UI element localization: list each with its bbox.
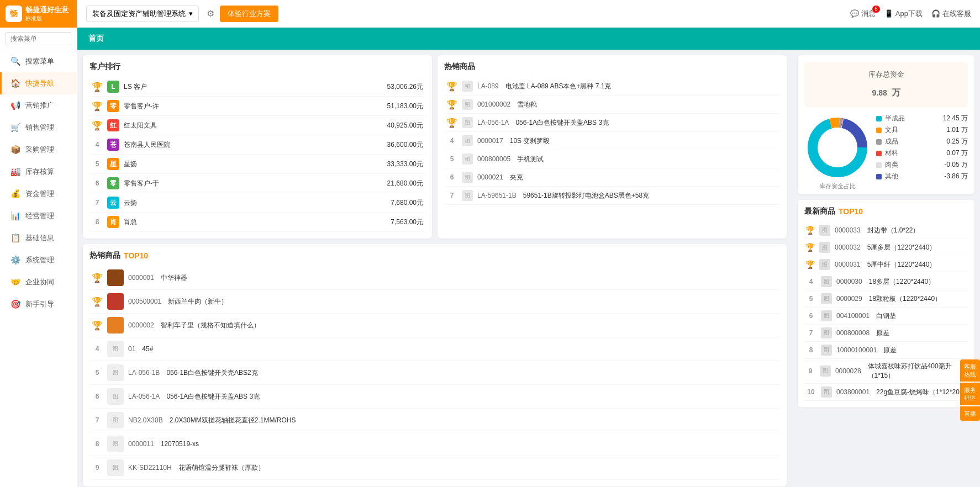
chevron-down-icon: ▾ (189, 9, 193, 18)
nav-icon-finance: 💰 (10, 189, 21, 199)
legend-dot (876, 116, 882, 121)
nav-icon-inventory: 🏭 (10, 167, 21, 177)
new-product-icon: 图 (821, 387, 832, 398)
customer-badge: 苍 (107, 139, 119, 151)
hot-products-list: 🏆 0000001 中华神器 🏆 000500001 新西兰牛肉（新牛） 🏆 0… (89, 266, 780, 480)
rank-num: 7 (92, 199, 103, 207)
sidebar-item-guide[interactable]: 🎯新手引导 (0, 293, 77, 315)
float-service: 客服热线服务社区直播 (960, 359, 980, 421)
rank-num: 6 (92, 393, 103, 400)
content-main: 客户排行 🏆 L LS 客户 53,006.26元 🏆 零 零售客户-许 51,… (77, 50, 792, 487)
new-product-code: 000800008 (836, 329, 870, 337)
nav-label-search: 搜索菜单 (25, 56, 54, 66)
legend-value: 0.25 万 (946, 137, 968, 146)
nav-label-system: 系统管理 (25, 255, 54, 265)
sidebar-item-basic[interactable]: 📋基础信息 (0, 227, 77, 249)
sidebar-logo: 畅 畅捷通好生意 标准版 (0, 0, 77, 28)
logo-line2: 标准版 (25, 15, 69, 22)
content: 客户排行 🏆 L LS 客户 53,006.26元 🏆 零 零售客户-许 51,… (77, 50, 980, 487)
sidebar-item-nav[interactable]: 🏠快捷导航 (0, 72, 77, 94)
product-thumb: 图 (107, 388, 124, 405)
sidebar-item-operation[interactable]: 📊经营管理 (0, 205, 77, 227)
sidebar-item-inventory[interactable]: 🏭库存核算 (0, 161, 77, 183)
hot-product-row: 8 图 0000011 12070519-xs (89, 432, 780, 456)
nav-icon-purchase: 📦 (10, 145, 21, 155)
donut-center-label: 库存资金占比 (819, 182, 856, 190)
legend-name: 成品 (885, 137, 943, 146)
customer-name: 苍南县人民医院 (124, 140, 383, 150)
product-icon: 图 (462, 117, 473, 128)
new-product-name: 封边带（1.0*22） (867, 226, 920, 235)
product-name: 夹克 (510, 173, 523, 182)
new-product-name: 22g鱼豆腐-烧烤味（1*12*20） (876, 388, 966, 397)
customer-ranking-title: 客户排行 (89, 62, 425, 72)
donut-svg (804, 114, 871, 181)
product-name: 056-1A白色按键开关盖ABS 3克 (515, 118, 609, 128)
online-service-button[interactable]: 🎧 在线客服 (931, 9, 971, 19)
medal-icon: 🏆 (92, 297, 103, 307)
sidebar-item-marketing[interactable]: 📢营销推广 (0, 94, 77, 117)
new-product-icon: 图 (819, 225, 830, 236)
gear-icon[interactable]: ⚙ (207, 8, 214, 19)
new-products-card: 最新商品 TOP10 🏆 图 0000033 封边带（1.0*22） 🏆 图 0… (798, 200, 974, 407)
donut-chart: 库存资金占比 (804, 114, 871, 181)
medal-icon: 🏆 (92, 101, 103, 112)
new-products-list: 🏆 图 0000033 封边带（1.0*22） 🏆 图 0000032 5厘多层… (804, 222, 968, 401)
rank-num: 4 (92, 141, 103, 149)
new-product-name: 18多层（1220*2440） (869, 277, 935, 287)
legend-name: 其他 (885, 172, 941, 181)
legend-item: 文具 1.01 万 (876, 124, 968, 136)
legend-item: 肉类 -0.05 万 (876, 159, 968, 171)
hot-product-row: 5 图 LA-056-1B 056-1B白色按键开关壳ABS2克 (89, 361, 780, 385)
medal-icon: 🏆 (805, 260, 815, 269)
rank-num: 5 (92, 369, 103, 377)
hot-product-row: 9 图 KK-SD22110H 花语萌馆温分腿裤袜（厚款） (89, 456, 780, 480)
legend-value: -0.05 万 (944, 160, 968, 170)
new-product-name: 原差 (876, 329, 889, 338)
new-product-name: 体城嘉枝味苏打饮品400毫升（1*15） (868, 362, 967, 380)
tab-home[interactable]: 首页 (77, 28, 115, 50)
sidebar-item-enterprise[interactable]: 🤝企业协同 (0, 271, 77, 293)
customer-badge: 肖 (107, 216, 119, 228)
sidebar-item-system[interactable]: ⚙️系统管理 (0, 249, 77, 271)
customer-ranking-card: 客户排行 🏆 L LS 客户 53,006.26元 🏆 零 零售客户-许 51,… (83, 55, 432, 239)
product-name: 056-1A白色按键开关盖ABS 3克 (166, 392, 260, 401)
product-icon: 图 (462, 190, 473, 201)
system-select[interactable]: 装备及固定资产辅助管理系统 ▾ (86, 6, 199, 22)
product-code: 01 (128, 345, 135, 353)
sidebar-item-sales[interactable]: 🛒销售管理 (0, 117, 77, 139)
app-download-button[interactable]: 📱 App下载 (884, 9, 923, 19)
customer-amount: 21,680.00元 (387, 179, 423, 188)
message-button[interactable]: 💬 消息 6 (850, 9, 876, 19)
float-service-btn-1[interactable]: 服务社区 (960, 383, 980, 405)
float-service-btn-0[interactable]: 客服热线 (960, 359, 980, 382)
top-sales-row: 5 图 000800005 手机测试 (444, 150, 780, 168)
customer-rank-row: 4 苍 苍南县人民医院 36,600.00元 (89, 135, 425, 155)
new-product-icon: 图 (821, 310, 832, 321)
medal-icon: 🏆 (446, 118, 457, 128)
float-service-btn-2[interactable]: 直播 (960, 406, 980, 421)
sidebar-item-purchase[interactable]: 📦采购管理 (0, 139, 77, 161)
hot-product-row: 6 图 LA-056-1A 056-1A白色按键开关盖ABS 3克 (89, 385, 780, 409)
nav-icon-search: 🔍 (10, 56, 21, 66)
top-sales-card: 热销商品 🏆 图 LA-089 电池盖 LA-089 ABS本色+黑种 7.1克… (438, 55, 787, 239)
tab-bar: 首页 (77, 28, 980, 50)
trial-btn[interactable]: 体验行业方案 (220, 6, 278, 22)
rank-num: 5 (92, 160, 103, 168)
customer-name: 零售客户-许 (124, 102, 383, 111)
hot-product-row: 🏆 0000002 智利车子里（规格不知道填什么） (89, 314, 780, 337)
nav-label-marketing: 营销推广 (25, 100, 54, 110)
sidebar-item-finance[interactable]: 💰资金管理 (0, 183, 77, 205)
customer-amount: 33,333.00元 (387, 160, 423, 169)
rank-num: 4 (805, 278, 816, 285)
new-product-code: 0000031 (835, 261, 861, 268)
rank-num: 5 (446, 155, 457, 163)
topbar: 装备及固定资产辅助管理系统 ▾ ⚙ 体验行业方案 💬 消息 6 📱 App下载 … (77, 0, 980, 28)
product-icon: 图 (462, 99, 473, 110)
search-input[interactable] (6, 32, 71, 45)
medal-icon: 🏆 (92, 82, 103, 92)
sidebar-item-search[interactable]: 🔍搜索菜单 (0, 50, 77, 72)
product-name: 智利车子里（规格不知道填什么） (161, 321, 260, 330)
product-thumb: 图 (107, 341, 124, 357)
legend-item: 其他 -3.86 万 (876, 171, 968, 182)
